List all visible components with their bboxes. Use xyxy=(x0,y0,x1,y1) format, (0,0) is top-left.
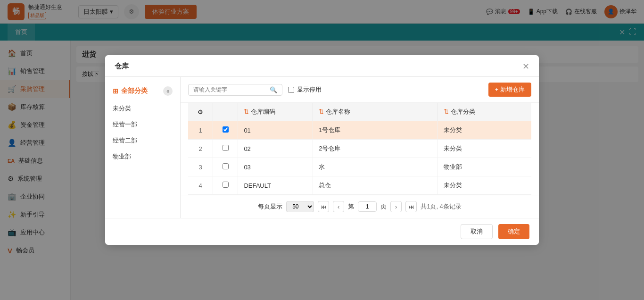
modal-body: ⊞ 全部分类 « 未分类 经营一部 经营二部 物业部 xyxy=(105,77,539,218)
table-row[interactable]: 2 02 2号仓库 未分类 xyxy=(188,140,531,158)
sort-icon-type: ⇅ xyxy=(444,108,449,115)
all-category-button[interactable]: ⊞ 全部分类 « xyxy=(105,83,180,100)
th-code[interactable]: ⇅ 仓库编码 xyxy=(238,103,313,121)
row-name: 水 xyxy=(313,158,438,176)
table-row[interactable]: 1 01 1号仓库 未分类 xyxy=(188,121,531,140)
row-checkbox-cell[interactable] xyxy=(213,140,238,158)
collapse-sidebar-button[interactable]: « xyxy=(163,86,173,96)
sort-icon-code: ⇅ xyxy=(244,108,249,115)
warehouse-table: ⚙ ⇅ 仓库编码 ⇅ 仓库名称 xyxy=(188,103,531,195)
row-code: DEFAULT xyxy=(238,176,313,195)
category-label-ops2: 经营二部 xyxy=(113,137,137,144)
table-header-row: ⚙ ⇅ 仓库编码 ⇅ 仓库名称 xyxy=(188,103,531,121)
row-code: 01 xyxy=(238,121,313,140)
table-wrap: ⚙ ⇅ 仓库编码 ⇅ 仓库名称 xyxy=(181,103,539,195)
pagination-info: 共1页, 4条记录 xyxy=(421,202,462,211)
category-item-property[interactable]: 物业部 xyxy=(105,149,180,165)
table-row[interactable]: 3 03 水 物业部 xyxy=(188,158,531,176)
modal-close-button[interactable]: ✕ xyxy=(522,62,529,71)
row-name: 2号仓库 xyxy=(313,140,438,158)
row-checkbox[interactable] xyxy=(223,145,229,151)
row-checkbox[interactable] xyxy=(223,126,229,133)
row-type: 未分类 xyxy=(438,140,531,158)
row-checkbox-cell[interactable] xyxy=(213,121,238,140)
th-type[interactable]: ⇅ 仓库分类 xyxy=(438,103,531,121)
page-input[interactable] xyxy=(358,201,377,212)
category-label-ops1: 经营一部 xyxy=(113,121,137,128)
row-num: 1 xyxy=(188,121,213,140)
row-checkbox-cell[interactable] xyxy=(213,158,238,176)
cancel-button[interactable]: 取消 xyxy=(461,224,493,239)
modal-sidebar: ⊞ 全部分类 « 未分类 经营一部 经营二部 物业部 xyxy=(105,77,181,218)
modal-header: 仓库 ✕ xyxy=(105,55,539,77)
row-type: 物业部 xyxy=(438,158,531,176)
search-input-wrap: 🔍 xyxy=(188,84,282,96)
category-item-unclassified[interactable]: 未分类 xyxy=(105,100,180,117)
row-type: 未分类 xyxy=(438,176,531,195)
modal-footer: 取消 确定 xyxy=(105,218,539,245)
table-body: 1 01 1号仓库 未分类 2 02 2号仓库 xyxy=(188,121,531,195)
row-checkbox[interactable] xyxy=(223,163,229,169)
confirm-button[interactable]: 确定 xyxy=(498,224,529,239)
row-checkbox-cell[interactable] xyxy=(213,176,238,195)
row-checkbox[interactable] xyxy=(223,182,229,188)
row-type: 未分类 xyxy=(438,121,531,140)
per-page-select[interactable]: 50 100 xyxy=(286,201,314,212)
modal-title: 仓库 xyxy=(115,62,129,71)
search-icon[interactable]: 🔍 xyxy=(270,86,277,93)
th-checkbox xyxy=(213,103,238,121)
row-code: 03 xyxy=(238,158,313,176)
per-page-label: 每页显示 xyxy=(258,202,282,211)
show-disabled-label: 显示停用 xyxy=(297,85,322,94)
grid-icon: ⊞ xyxy=(113,87,118,95)
row-num: 4 xyxy=(188,176,213,195)
category-item-ops1[interactable]: 经营一部 xyxy=(105,117,180,133)
row-num: 3 xyxy=(188,158,213,176)
pagination-bar: 每页显示 50 100 ⏮ ‹ 第 页 › ⏭ 共1页, 4条记录 xyxy=(181,195,539,218)
modal-overlay: 仓库 ✕ ⊞ 全部分类 « 未分类 经营一部 经营二部 xyxy=(0,0,644,300)
search-input[interactable] xyxy=(193,86,270,93)
category-label-property: 物业部 xyxy=(113,153,131,160)
sort-icon-name: ⇅ xyxy=(319,108,324,115)
row-name: 1号仓库 xyxy=(313,121,438,140)
modal-main: 🔍 显示停用 + 新增仓库 ⚙ xyxy=(181,77,539,218)
table-row[interactable]: 4 DEFAULT 总仓 未分类 xyxy=(188,176,531,195)
row-code: 02 xyxy=(238,140,313,158)
row-num: 2 xyxy=(188,140,213,158)
page-label: 第 xyxy=(348,202,354,211)
category-label-unclassified: 未分类 xyxy=(113,105,131,112)
prev-page-button[interactable]: ‹ xyxy=(333,201,344,212)
th-settings: ⚙ xyxy=(188,103,213,121)
last-page-button[interactable]: ⏭ xyxy=(405,201,417,212)
show-disabled-checkbox-label[interactable]: 显示停用 xyxy=(288,85,322,94)
warehouse-modal: 仓库 ✕ ⊞ 全部分类 « 未分类 经营一部 经营二部 xyxy=(105,55,539,245)
modal-toolbar: 🔍 显示停用 + 新增仓库 xyxy=(181,77,539,103)
show-disabled-checkbox[interactable] xyxy=(288,87,294,93)
row-name: 总仓 xyxy=(313,176,438,195)
category-item-ops2[interactable]: 经营二部 xyxy=(105,133,180,149)
th-name[interactable]: ⇅ 仓库名称 xyxy=(313,103,438,121)
first-page-button[interactable]: ⏮ xyxy=(318,201,329,212)
add-warehouse-button[interactable]: + 新增仓库 xyxy=(488,83,531,97)
page-suffix: 页 xyxy=(380,202,387,211)
all-category-label: 全部分类 xyxy=(121,87,148,95)
next-page-button[interactable]: › xyxy=(390,201,402,212)
